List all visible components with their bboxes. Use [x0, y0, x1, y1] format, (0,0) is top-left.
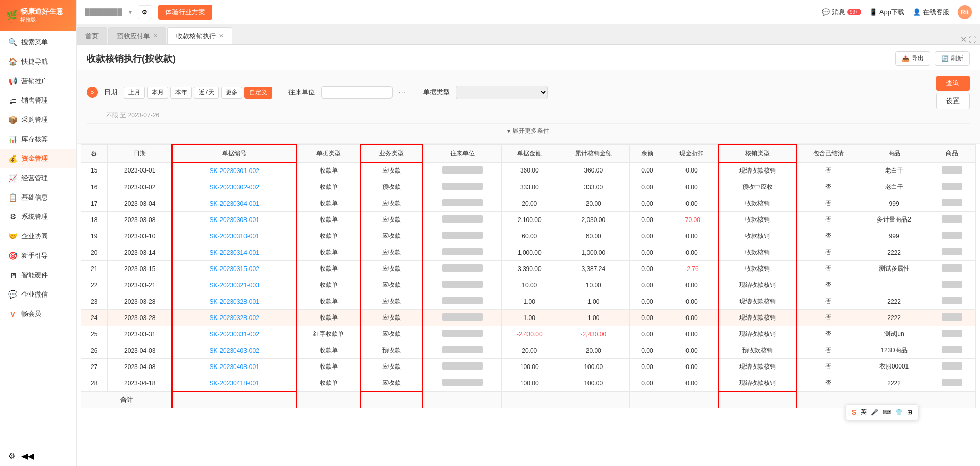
table-row: 17 2023-03-04 SK-20230304-001 收款单 应收款 20…	[81, 195, 976, 212]
tab-home[interactable]: 首页	[77, 27, 107, 44]
app-download-button[interactable]: 📱 App下载	[869, 8, 904, 17]
doc-no-link[interactable]: SK-20230328-002	[209, 314, 259, 322]
filter-collapse-button[interactable]: »	[87, 87, 98, 98]
sidebar-item-wechat[interactable]: 💬 企业微信	[0, 285, 76, 304]
date-this-month-btn[interactable]: 本月	[147, 87, 168, 99]
sidebar-item-shortcut[interactable]: 🏠 快捷导航	[0, 52, 76, 71]
user-avatar[interactable]: Rit	[958, 5, 972, 19]
doc-no-link[interactable]: SK-20230321-003	[209, 282, 259, 289]
cell-amount: 100.00	[502, 375, 557, 392]
sidebar-item-member[interactable]: V 畅会员	[0, 304, 76, 324]
refresh-button[interactable]: 🔄 刷新	[935, 51, 970, 66]
voucher-type-select[interactable]	[456, 86, 548, 99]
cell-no: 25	[81, 326, 108, 342]
cell-accum-cancel: 20.00	[557, 195, 630, 212]
cell-partner	[423, 162, 502, 179]
date-7days-btn[interactable]: 近7天	[194, 87, 219, 99]
cell-date: 2023-03-21	[108, 277, 172, 293]
sidebar-item-system[interactable]: ⚙ 系统管理	[0, 207, 76, 227]
tab-prepay[interactable]: 预收应付单 ✕	[108, 27, 166, 44]
sidebar-item-operation[interactable]: 📈 经营管理	[0, 168, 76, 188]
cell-partner	[423, 293, 502, 310]
cell-amount: 360.00	[502, 162, 557, 179]
cell-no: 26	[81, 342, 108, 359]
cell-balance: 0.00	[630, 195, 665, 212]
tab-close-all-icon[interactable]: ✕	[960, 35, 967, 44]
doc-no-link[interactable]: SK-20230331-002	[209, 331, 259, 338]
cell-doc-type: 收款单	[297, 293, 360, 310]
doc-no-link[interactable]: SK-20230308-001	[209, 216, 259, 224]
doc-no-link[interactable]: SK-20230328-001	[209, 298, 259, 305]
sidebar-item-sales[interactable]: 🏷 销售管理	[0, 91, 76, 110]
ime-shirt-icon[interactable]: 👕	[895, 409, 903, 416]
settings-button[interactable]: 设置	[936, 93, 970, 109]
cell-goods2	[928, 179, 975, 195]
date-last-month-btn[interactable]: 上月	[124, 87, 145, 99]
tab-prepay-close[interactable]: ✕	[153, 33, 158, 39]
topbar-settings-btn[interactable]: ⚙	[138, 5, 152, 19]
table-row: 23 2023-03-28 SK-20230328-001 收款单 应收款 1.…	[81, 293, 976, 310]
settings-bottom-icon[interactable]: ⚙	[8, 451, 15, 461]
cell-biz-type: 应收款	[360, 359, 423, 375]
doc-no-link[interactable]: SK-20230301-002	[209, 167, 259, 175]
cell-doc-no: SK-20230403-002	[172, 342, 297, 359]
sidebar-item-guide[interactable]: 🎯 新手引导	[0, 246, 76, 265]
partner-input[interactable]	[321, 86, 393, 99]
ime-grid-icon[interactable]: ⊞	[907, 409, 912, 416]
doc-no-link[interactable]: SK-20230418-001	[209, 380, 259, 387]
export-icon: 📤	[902, 55, 910, 62]
sidebar-item-corp[interactable]: 🤝 企业协同	[0, 227, 76, 246]
total-balance	[630, 391, 665, 408]
cell-balance: 0.00	[630, 326, 665, 342]
date-this-year-btn[interactable]: 本年	[170, 87, 192, 99]
cell-include-settled: 否	[797, 359, 860, 375]
doc-no-link[interactable]: SK-20230315-002	[209, 265, 259, 273]
cell-goods1: 衣服00001	[860, 359, 928, 375]
doc-no-link[interactable]: SK-20230314-001	[209, 249, 259, 256]
cell-doc-no: SK-20230310-001	[172, 228, 297, 244]
sidebar-item-marketing[interactable]: 📢 营销推广	[0, 71, 76, 91]
online-service-label: 在线客服	[923, 8, 949, 17]
expand-conditions-btn[interactable]: ▾ 展开更多条件	[87, 123, 970, 138]
th-settings[interactable]: ⚙	[81, 144, 108, 162]
ime-mic-icon[interactable]: 🎤	[871, 409, 878, 416]
doc-no-link[interactable]: SK-20230302-002	[209, 184, 259, 191]
doc-no-link[interactable]: SK-20230403-002	[209, 347, 259, 354]
cell-date: 2023-03-02	[108, 179, 172, 195]
export-button[interactable]: 📤 导出	[895, 51, 930, 66]
filter-bar: » 日期 上月 本月 本年 近7天 更多 自定义 往来单位 ··· 单据类型	[77, 70, 980, 144]
sidebar-item-basic[interactable]: 📋 基础信息	[0, 188, 76, 207]
sidebar-item-inventory[interactable]: 📊 库存核算	[0, 130, 76, 149]
date-more-btn[interactable]: 更多	[221, 87, 242, 99]
date-custom-btn[interactable]: 自定义	[244, 87, 272, 99]
sidebar-item-purchase[interactable]: 📦 采购管理	[0, 110, 76, 130]
cell-cancel-type: 收款核销	[719, 261, 796, 277]
cell-include-settled: 否	[797, 326, 860, 342]
tab-collection-close[interactable]: ✕	[219, 33, 224, 39]
sidebar-item-hardware[interactable]: 🖥 智能硬件	[0, 265, 76, 285]
cell-balance: 0.00	[630, 342, 665, 359]
filter-dots: ···	[399, 89, 407, 96]
ime-keyboard-icon[interactable]: ⌨	[883, 409, 891, 416]
tab-expand-icon[interactable]: ⛶	[969, 36, 976, 44]
solution-button[interactable]: 体验行业方案	[158, 5, 212, 20]
notify-button[interactable]: 💬 消息 99+	[822, 8, 861, 17]
cell-balance: 0.00	[630, 359, 665, 375]
sidebar-item-search[interactable]: 🔍 搜索菜单	[0, 33, 76, 52]
date-label: 日期	[104, 88, 117, 97]
doc-no-link[interactable]: SK-20230310-001	[209, 233, 259, 240]
collapse-icon[interactable]: ◀◀	[21, 451, 34, 461]
cell-biz-type: 应收款	[360, 375, 423, 392]
doc-no-link[interactable]: SK-20230304-001	[209, 200, 259, 207]
cell-date: 2023-03-04	[108, 195, 172, 212]
dropdown-arrow[interactable]: ▾	[129, 9, 132, 16]
query-button[interactable]: 查询	[936, 76, 970, 91]
cell-date: 2023-03-15	[108, 261, 172, 277]
cell-date: 2023-03-31	[108, 326, 172, 342]
date-options: 上月 本月 本年 近7天 更多 自定义	[124, 87, 272, 99]
online-service-button[interactable]: 👤 在线客服	[913, 8, 949, 17]
cell-goods1: 2222	[860, 244, 928, 261]
tab-collection[interactable]: 收款核销执行 ✕	[167, 27, 232, 44]
sidebar-item-finance[interactable]: 💰 资金管理	[0, 149, 76, 168]
doc-no-link[interactable]: SK-20230408-001	[209, 363, 259, 371]
